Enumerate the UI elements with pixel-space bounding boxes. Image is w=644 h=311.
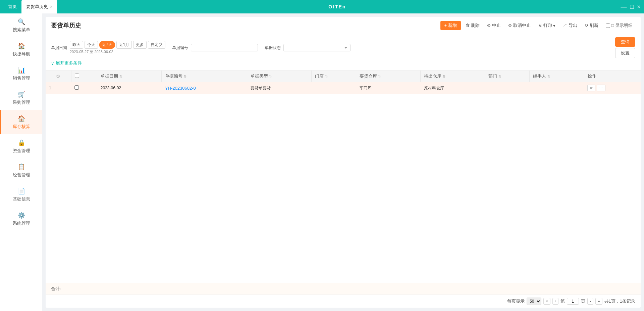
docno-filter-label: 单据编号 (172, 45, 188, 51)
row-doc-type: 要货单要货 (247, 82, 312, 94)
sidebar-item-basic-info[interactable]: 📄 基础信息 (0, 183, 42, 207)
expand-more-btn[interactable]: ∨ 展开更多条件 (51, 60, 635, 66)
export-button[interactable]: ↗ 导出 (560, 21, 580, 30)
page-input[interactable] (567, 298, 579, 305)
col-doc-date[interactable]: 单据日期 (97, 71, 162, 82)
page-content: 要货单历史 + 新增 🗑 删除 ⊘ 中止 ⊘ 取消中止 🖨 打印 ▾ (46, 17, 641, 308)
delete-button[interactable]: 🗑 删除 (463, 21, 483, 30)
doc-no-link[interactable]: YH-20230602-0 (165, 86, 196, 91)
col-doc-no[interactable]: 单据编号 (162, 71, 247, 82)
top-bar: 首页 要货单历史 × OfTEn — □ × (0, 0, 644, 13)
per-page-select[interactable]: 50 (527, 298, 541, 305)
prev-page-btn[interactable]: ‹ (552, 298, 558, 305)
sidebar-item-fund-mgmt-label: 资金管理 (13, 148, 30, 154)
minimize-icon[interactable]: — (621, 3, 627, 10)
next-page-btn[interactable]: › (587, 298, 593, 305)
sidebar-item-sales-mgmt[interactable]: 📊 销售管理 (0, 62, 42, 86)
print-label: 🖨 打印 (538, 23, 552, 29)
expand-more-icon: ∨ (51, 61, 54, 66)
display-detail-label: □ 显示明细 (611, 23, 633, 29)
col-checkbox (71, 71, 97, 82)
col-settings[interactable]: ⚙ (46, 71, 71, 82)
print-button[interactable]: 🖨 打印 ▾ (535, 21, 558, 30)
table-header-row: ⚙ 单据日期 单据编号 单据类型 (46, 71, 641, 82)
page-label-suffix: 页 (581, 298, 585, 304)
sidebar: 🔍 搜索菜单 🏠 快捷导航 📊 销售管理 🛒 采购管理 🏠 库存核算 🔒 资金管… (0, 13, 42, 311)
date-btn-today[interactable]: 今天 (85, 41, 98, 49)
export-label: ↗ 导出 (563, 23, 577, 29)
filter-group-status: 单据状态 (265, 44, 351, 51)
toolbar: + 新增 🗑 删除 ⊘ 中止 ⊘ 取消中止 🖨 打印 ▾ (440, 21, 635, 30)
sidebar-item-ops-mgmt-label: 经营管理 (13, 172, 30, 178)
main-layout: 🔍 搜索菜单 🏠 快捷导航 📊 销售管理 🛒 采购管理 🏠 库存核算 🔒 资金管… (0, 13, 644, 311)
docno-filter-input[interactable] (191, 44, 258, 51)
row-more-btn[interactable]: ⋯ (597, 85, 605, 91)
sidebar-item-sys-mgmt[interactable]: ⚙️ 系统管理 (0, 207, 42, 231)
sidebar-item-quick-nav[interactable]: 🏠 快捷导航 (0, 38, 42, 62)
date-btn-more[interactable]: 更多 (133, 41, 147, 49)
sidebar-item-ops-mgmt[interactable]: 📋 经营管理 (0, 159, 42, 183)
print-dropdown-icon[interactable]: ▾ (553, 23, 555, 28)
content-area: 要货单历史 + 新增 🗑 删除 ⊘ 中止 ⊘ 取消中止 🖨 打印 ▾ (42, 13, 644, 311)
quick-nav-icon: 🏠 (18, 42, 25, 50)
maximize-icon[interactable]: □ (630, 3, 634, 10)
col-store[interactable]: 门店 (312, 71, 356, 82)
purchase-mgmt-icon: 🛒 (18, 91, 25, 98)
sidebar-item-inventory-calc[interactable]: 🏠 库存核算 (0, 110, 42, 134)
delete-label: 🗑 删除 (466, 23, 480, 29)
sidebar-item-fund-mgmt[interactable]: 🔒 资金管理 (0, 134, 42, 159)
row-select-checkbox[interactable] (74, 85, 79, 90)
query-button[interactable]: 查询 (615, 37, 635, 47)
display-detail-checkbox[interactable] (606, 24, 610, 28)
col-ops: 操作 (584, 71, 641, 82)
tab-requisition-history[interactable]: 要货单历史 × (21, 0, 57, 13)
ops-mgmt-icon: 📋 (18, 163, 25, 171)
date-range-display: 2023-05-27 至 2023-06-02 (70, 49, 165, 54)
search-menu-icon: 🔍 (18, 18, 25, 26)
sidebar-item-sys-mgmt-label: 系统管理 (13, 220, 30, 226)
inventory-calc-icon: 🏠 (18, 115, 25, 122)
date-btn-1month[interactable]: 近1月 (116, 41, 132, 49)
sidebar-item-search-menu-label: 搜索菜单 (13, 27, 30, 33)
row-dept (485, 82, 530, 94)
refresh-button[interactable]: ↺ 刷新 (582, 21, 601, 30)
date-btn-7days[interactable]: 近7天 (99, 41, 115, 49)
col-dept[interactable]: 部门 (485, 71, 530, 82)
status-filter-select[interactable] (283, 44, 351, 51)
sidebar-item-sales-mgmt-label: 销售管理 (13, 75, 30, 81)
cancel-stop-button[interactable]: ⊘ 取消中止 (505, 21, 533, 30)
col-req-warehouse[interactable]: 要货仓库 (356, 71, 421, 82)
date-filter-buttons: 昨天 今天 近7天 近1月 更多 自定义 2023-05-27 至 2023-0… (70, 41, 165, 54)
filter-actions: 查询 设置 (615, 37, 635, 58)
col-handler[interactable]: 经手人 (530, 71, 584, 82)
col-pending-warehouse[interactable]: 待出仓库 (421, 71, 485, 82)
new-button[interactable]: + 新增 (440, 21, 461, 30)
stop-button[interactable]: ⊘ 中止 (484, 21, 503, 30)
row-edit-btn[interactable]: ✏ (587, 85, 595, 91)
row-handler (530, 82, 584, 94)
brand-label: OfTEn (328, 4, 346, 9)
sidebar-item-search-menu[interactable]: 🔍 搜索菜单 (0, 13, 42, 38)
close-tab-icon[interactable]: × (50, 4, 52, 9)
tab-home[interactable]: 首页 (3, 0, 21, 13)
sidebar-item-quick-nav-label: 快捷导航 (13, 51, 30, 57)
sidebar-item-purchase-mgmt[interactable]: 🛒 采购管理 (0, 86, 42, 110)
last-page-btn[interactable]: » (595, 298, 602, 305)
sidebar-item-basic-info-label: 基础信息 (13, 196, 30, 202)
settings-button[interactable]: 设置 (615, 48, 635, 58)
row-checkbox (71, 82, 97, 94)
date-btn-yesterday[interactable]: 昨天 (70, 41, 83, 49)
row-doc-no: YH-20230602-0 (162, 82, 247, 94)
row-doc-date: 2023-06-02 (97, 82, 162, 94)
date-filter-label: 单据日期 (51, 45, 67, 51)
col-doc-type[interactable]: 单据类型 (247, 71, 312, 82)
date-btn-custom[interactable]: 自定义 (148, 41, 165, 49)
fund-mgmt-icon: 🔒 (18, 139, 25, 146)
close-window-icon[interactable]: × (637, 3, 641, 10)
summary-label: 合计: (51, 286, 61, 291)
select-all-checkbox[interactable] (75, 74, 79, 78)
first-page-btn[interactable]: « (543, 298, 550, 305)
sys-mgmt-icon: ⚙️ (18, 212, 25, 219)
basic-info-icon: 📄 (18, 187, 25, 195)
display-detail-toggle[interactable]: □ 显示明细 (603, 21, 635, 30)
